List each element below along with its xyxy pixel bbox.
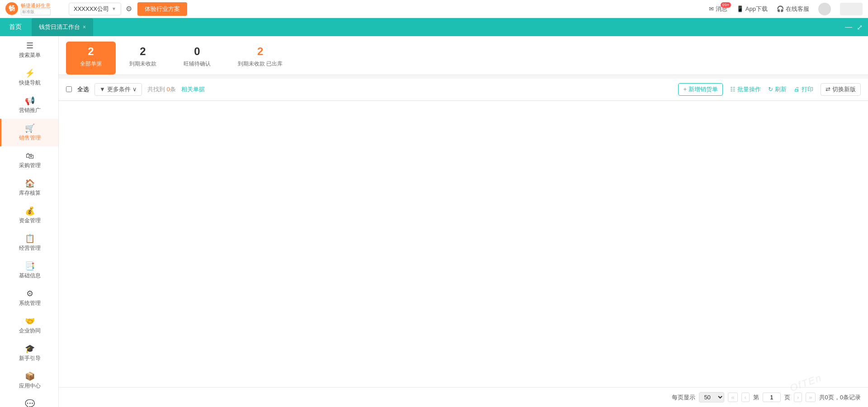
sidebar-label-quick-nav: 快捷导航 — [19, 79, 41, 87]
next-page-button[interactable]: › — [794, 393, 802, 402]
logo-icon: 畅 — [5, 2, 18, 15]
message-icon: ✉ — [709, 5, 714, 12]
purchase-icon: 🛍 — [26, 152, 34, 160]
tab-bar-actions: — ⤢ — [845, 23, 868, 32]
sidebar-item-app-center[interactable]: 📦 应用中心 — [0, 367, 58, 394]
sidebar-item-purchase[interactable]: 🛍 采购管理 — [0, 146, 58, 174]
stat-num-pending: 0 — [194, 45, 200, 58]
wechat-icon: 💬 — [25, 400, 35, 407]
sales-icon: 🛒 — [25, 124, 35, 132]
sidebar-item-guide[interactable]: 🎓 新手引导 — [0, 339, 58, 367]
avatar[interactable] — [818, 3, 831, 15]
switch-icon: ⇄ — [826, 86, 830, 93]
sidebar-label-inventory: 库存核算 — [19, 189, 41, 197]
sidebar-item-inventory[interactable]: 🏠 库存核算 — [0, 174, 58, 201]
page-suffix: 页 — [784, 393, 790, 402]
sidebar-label-app-center: 应用中心 — [19, 382, 41, 390]
tab-label: 钱货日清工作台 — [39, 23, 80, 31]
sidebar-item-system[interactable]: ⚙ 系统管理 — [0, 284, 58, 312]
prev-page-button[interactable]: ‹ — [741, 393, 750, 402]
found-count-text: 共找到 0条 — [147, 85, 176, 94]
stat-num-all: 2 — [88, 45, 94, 58]
tab-maximize-icon[interactable]: ⤢ — [857, 23, 863, 32]
message-badge: 99+ — [721, 2, 731, 8]
stat-tab-pending[interactable]: 0 旺辅待确认 — [170, 42, 224, 75]
sidebar-label-marketing: 营销推广 — [19, 107, 41, 114]
sidebar-label-system: 系统管理 — [19, 299, 41, 307]
toolbar-right-actions: + 新增销货单 ☷ 批量操作 ↻ 刷新 🖨 打印 ⇄ 切换新版 — [678, 83, 861, 96]
stat-num-overdue: 2 — [140, 45, 146, 58]
download-icon: 📱 — [736, 5, 744, 12]
refresh-label: 刷新 — [775, 85, 787, 94]
tab-close-icon[interactable]: × — [83, 24, 86, 30]
stat-tab-all[interactable]: 2 全部单据 — [66, 42, 116, 75]
sidebar-item-enterprise[interactable]: 🤝 企业协同 — [0, 312, 58, 339]
page-number-input[interactable] — [763, 393, 781, 402]
settings-icon[interactable]: ⚙ — [126, 5, 132, 13]
sidebar-label-guide: 新手引导 — [19, 355, 41, 362]
inventory-icon: 🏠 — [25, 179, 35, 187]
print-label: 打印 — [802, 85, 813, 94]
app-center-icon: 📦 — [25, 372, 35, 380]
per-page-select[interactable]: 50 100 200 — [699, 392, 724, 402]
tab-minimize-icon[interactable]: — — [845, 23, 852, 31]
basic-info-icon: 📑 — [25, 262, 35, 270]
filter-label: 更多条件 — [107, 85, 131, 94]
page-label-text: 第 — [753, 393, 759, 402]
experience-button[interactable]: 体验行业方案 — [137, 2, 187, 16]
sidebar-label-finance: 资金管理 — [19, 217, 41, 225]
print-button[interactable]: 🖨 打印 — [794, 85, 813, 94]
sidebar-item-sales[interactable]: 🛒 销售管理 — [0, 119, 58, 146]
related-records-link[interactable]: 相关单据 — [181, 85, 205, 94]
top-right-actions: ✉ 消息 99+ 📱 App下载 🎧 在线客服 — [709, 3, 863, 15]
first-page-button[interactable]: « — [728, 393, 737, 402]
logo-text: 畅捷通好生意 标准版 — [21, 2, 51, 15]
table-area — [59, 101, 868, 387]
switch-new-version-button[interactable]: ⇄ 切换新版 — [821, 83, 861, 96]
sidebar-item-finance[interactable]: 💰 资金管理 — [0, 201, 58, 229]
stat-tab-overdue[interactable]: 2 到期未收款 — [116, 42, 170, 75]
system-icon: ⚙ — [26, 290, 33, 298]
sidebar-label-basic-info: 基础信息 — [19, 272, 41, 280]
finance-icon: 💰 — [25, 207, 35, 215]
found-number: 0 — [167, 86, 170, 93]
sidebar-label-search-menu: 搜索菜单 — [19, 51, 41, 59]
pagination: 每页显示 50 100 200 « ‹ 第 页 › » 共0页，0条记录 — [59, 387, 868, 407]
sidebar-item-quick-nav[interactable]: ⚡ 快捷导航 — [0, 64, 58, 91]
main-content: 2 全部单据 2 到期未收款 0 旺辅待确认 2 到期未收款 已出库 全选 ▼ … — [59, 36, 868, 407]
switch-label: 切换新版 — [832, 85, 856, 94]
add-sales-order-button[interactable]: + 新增销货单 — [678, 83, 723, 96]
sidebar-label-sales: 销售管理 — [19, 134, 41, 142]
app-download-button[interactable]: 📱 App下载 — [736, 5, 768, 13]
more-filter-button[interactable]: ▼ 更多条件 ∨ — [94, 83, 142, 96]
search-menu-icon: ☰ — [26, 42, 33, 50]
pagination-summary: 共0页，0条记录 — [819, 393, 861, 402]
company-selector[interactable]: XXXXXX公司 ▼ — [69, 3, 121, 15]
quick-nav-icon: ⚡ — [25, 69, 35, 77]
marketing-icon: 📢 — [25, 97, 35, 105]
sidebar-item-basic-info[interactable]: 📑 基础信息 — [0, 257, 58, 284]
stat-num-shipped: 2 — [257, 45, 263, 58]
logo-area: 畅 畅捷通好生意 标准版 — [5, 2, 64, 15]
last-page-button[interactable]: » — [806, 393, 815, 402]
message-button[interactable]: ✉ 消息 99+ — [709, 5, 727, 13]
stat-tab-shipped[interactable]: 2 到期未收款 已出库 — [224, 42, 296, 75]
tab-qianhuoriqing[interactable]: 钱货日清工作台 × — [32, 18, 93, 36]
main-layout: ☰ 搜索菜单 ⚡ 快捷导航 📢 营销推广 🛒 销售管理 🛍 采购管理 🏠 库存核… — [0, 36, 868, 407]
select-all-label: 全选 — [77, 85, 89, 94]
filter-icon: ▼ — [99, 86, 105, 93]
sidebar: ☰ 搜索菜单 ⚡ 快捷导航 📢 营销推广 🛒 销售管理 🛍 采购管理 🏠 库存核… — [0, 36, 59, 407]
sidebar-item-search-menu[interactable]: ☰ 搜索菜单 — [0, 36, 58, 64]
sidebar-item-operations[interactable]: 📋 经营管理 — [0, 229, 58, 257]
select-all-checkbox[interactable] — [66, 86, 72, 92]
sidebar-item-wechat[interactable]: 💬 企业微信 — [0, 394, 58, 407]
tab-home[interactable]: 首页 — [0, 18, 31, 36]
online-service-button[interactable]: 🎧 在线客服 — [777, 5, 809, 13]
refresh-button[interactable]: ↻ 刷新 — [768, 85, 787, 94]
batch-operations-button[interactable]: ☷ 批量操作 — [730, 85, 761, 94]
sidebar-item-marketing[interactable]: 📢 营销推广 — [0, 91, 58, 119]
tab-bar: 首页 钱货日清工作台 × — ⤢ — [0, 18, 868, 36]
stat-label-all: 全部单据 — [80, 60, 102, 68]
company-name: XXXXXX公司 — [74, 5, 109, 13]
sidebar-label-enterprise: 企业协同 — [19, 327, 41, 335]
